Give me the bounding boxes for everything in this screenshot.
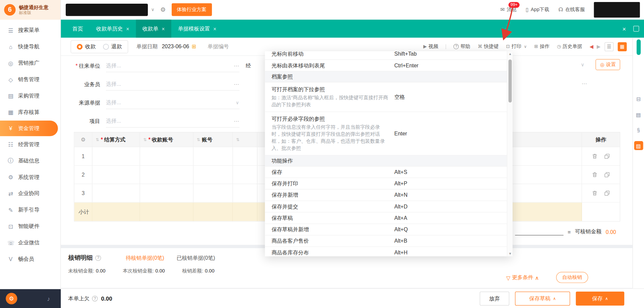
sort-icon[interactable]: ⇅ — [96, 137, 99, 142]
calendar-icon[interactable]: ⊞ — [192, 44, 196, 50]
prev-doc-icon[interactable]: ◀ — [590, 44, 593, 49]
grid-cell[interactable] — [140, 147, 194, 165]
print-button[interactable]: ⊡打印∨ — [506, 43, 527, 50]
grid-cell[interactable] — [233, 147, 257, 165]
scroll-down-icon[interactable]: ▼ — [507, 252, 513, 255]
grid-cell[interactable] — [140, 184, 194, 202]
history-button[interactable]: ◷历史单据 — [557, 43, 582, 50]
grid-view-toggle[interactable]: ▦ — [618, 42, 627, 51]
sort-icon[interactable]: ⇅ — [143, 137, 147, 142]
tab-list-icon[interactable] — [633, 26, 639, 32]
list-view-toggle[interactable]: ☰ — [604, 42, 613, 51]
tab-close-icon[interactable]: × — [126, 25, 129, 32]
next-doc-icon[interactable]: ▶ — [597, 44, 600, 49]
save-button[interactable]: 保存 ∧ — [576, 291, 624, 305]
tab-close-icon[interactable]: × — [213, 25, 216, 32]
video-button[interactable]: ▶视频 — [423, 43, 438, 50]
speaker-icon[interactable]: ♪ — [47, 295, 50, 302]
sidebar-item-basic-info[interactable]: ⓘ基础信息 — [0, 152, 60, 169]
help-icon[interactable]: ? — [92, 296, 98, 301]
help-button[interactable]: ?帮助 — [453, 43, 470, 50]
trash-icon[interactable] — [592, 190, 597, 196]
sidebar-item-collaboration[interactable]: ⇄企业协同 — [0, 185, 60, 202]
grid-cell[interactable] — [194, 166, 233, 184]
sidebar-item-member[interactable]: V畅会员 — [0, 251, 60, 267]
help-icon[interactable]: ? — [95, 255, 101, 261]
scroll-up-icon[interactable]: ▲ — [507, 52, 513, 56]
grid-cell[interactable] — [140, 166, 194, 184]
trash-icon[interactable] — [592, 153, 597, 159]
amount-input[interactable] — [515, 228, 564, 235]
print-panel-icon[interactable]: ⊟ — [634, 94, 643, 103]
tab[interactable]: 收款单历史× — [90, 20, 136, 38]
grid-settings-icon[interactable]: ⚙ — [74, 132, 93, 147]
media-panel-icon[interactable]: ▧ — [634, 141, 643, 150]
refund-radio[interactable]: 退款 — [103, 43, 122, 50]
date-value[interactable]: 2023-06-06 — [162, 44, 189, 50]
sidebar-item-inventory[interactable]: ▦库存核算 — [0, 104, 60, 121]
copy-icon[interactable] — [604, 190, 610, 196]
sidebar-item-hardware[interactable]: ⊡智能硬件 — [0, 218, 60, 235]
document-panel-icon[interactable]: ▤ — [634, 110, 643, 119]
grid-cell[interactable] — [93, 184, 140, 202]
tab[interactable]: 收款单× — [136, 20, 171, 38]
ellipsis-icon[interactable]: ⋯ — [234, 63, 239, 69]
grid-header-cell[interactable]: ⇅*收款账号 — [140, 132, 194, 147]
customer-field[interactable]: 选择...⋯ — [106, 60, 239, 72]
grid-cell[interactable] — [194, 184, 233, 202]
chevron-down-icon[interactable]: ∨ — [151, 7, 155, 12]
verify-tab[interactable]: 已核销单据(0笔) — [176, 254, 215, 261]
grid-cell[interactable] — [233, 184, 257, 202]
grid-cell[interactable] — [233, 166, 257, 184]
chevron-down-icon[interactable]: ∨ — [581, 62, 584, 68]
copy-icon[interactable] — [604, 153, 610, 159]
grid-cell[interactable] — [194, 147, 233, 165]
scrollbar-thumb[interactable] — [636, 39, 640, 55]
trash-icon[interactable] — [592, 172, 597, 178]
ellipsis-icon[interactable]: ⋯ — [234, 81, 239, 87]
verify-tab[interactable]: 待核销单据(0笔) — [126, 254, 164, 261]
more-filters-button[interactable]: ▽ 更多条件 ∧ — [506, 274, 539, 281]
hotkeys-button[interactable]: ⌘快捷键 — [478, 43, 498, 50]
sidebar-item-system[interactable]: ⚙系统管理 — [0, 169, 60, 185]
trial-solution-button[interactable]: 体验行业方案 — [171, 3, 212, 16]
tab-close-icon[interactable]: × — [162, 25, 165, 32]
grid-header-cell[interactable]: ⇅*结算方式 — [93, 132, 140, 147]
grid-cell[interactable] — [93, 166, 140, 184]
sidebar-item-guide[interactable]: ✎新手引导 — [0, 202, 60, 218]
copy-icon[interactable] — [604, 172, 610, 178]
grid-header-cell[interactable]: ⇅账号 — [194, 132, 233, 147]
online-service-button[interactable]: ☊ 在线客服 — [558, 6, 585, 13]
close-all-tabs-icon[interactable]: × — [622, 20, 626, 38]
modal-scrollbar[interactable]: ▲ ▼ — [507, 51, 513, 256]
sidebar-item-purchase[interactable]: ▤采购管理 — [0, 88, 60, 104]
user-info-redacted[interactable] — [594, 2, 640, 18]
sidebar-item-wechat[interactable]: ☏企业微信 — [0, 235, 60, 251]
operations-button[interactable]: ⊞操作 — [534, 43, 550, 50]
sidebar-item-search-menu[interactable]: ☰搜索菜单 — [0, 22, 60, 39]
ellipsis-icon[interactable]: ⋯ — [234, 118, 239, 124]
sidebar-item-marketing[interactable]: ◎营销推广 — [0, 55, 60, 71]
auto-verify-button[interactable]: 自动核销 — [556, 272, 588, 283]
app-download-button[interactable]: ▯ App下载 — [526, 6, 549, 13]
sidebar-item-sales[interactable]: ◇销售管理 — [0, 71, 60, 88]
source-doc-field[interactable]: 选择...∨ — [106, 97, 239, 109]
tab[interactable]: 首页 — [66, 20, 90, 38]
cancel-button[interactable]: 放弃 — [480, 291, 509, 305]
sort-icon[interactable]: ⇅ — [197, 137, 200, 142]
grid-cell[interactable] — [93, 147, 140, 165]
settings-gear-icon[interactable]: ⚙ — [6, 293, 17, 304]
messages-button[interactable]: ✉ 消息 99+ — [500, 6, 517, 13]
template-settings-button[interactable]: ◎ 设置 — [596, 59, 621, 70]
sidebar-item-funds[interactable]: ¥资金管理 — [0, 121, 58, 136]
brand[interactable]: 6 畅捷通好生意 标准版 — [0, 0, 60, 20]
chevron-down-icon[interactable]: ∨ — [236, 100, 239, 105]
gear-icon[interactable]: ⚙ — [160, 6, 166, 13]
grid-header-cell[interactable]: ⇅ — [233, 132, 257, 147]
tab[interactable]: 单据模板设置× — [171, 20, 223, 38]
scrollbar-thumb[interactable] — [508, 59, 512, 102]
org-select-redacted[interactable] — [66, 3, 148, 16]
ellipsis-icon[interactable]: ⋯ — [582, 80, 587, 86]
sort-icon[interactable]: ⇅ — [236, 137, 239, 142]
sidebar-item-quick-nav[interactable]: ⌂快捷导航 — [0, 39, 60, 55]
